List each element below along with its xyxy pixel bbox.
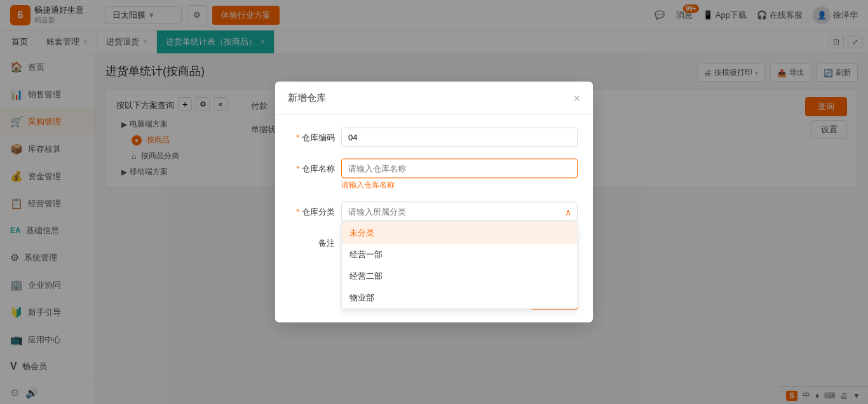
form-row-code: * 仓库编码 xyxy=(290,128,578,147)
warehouse-name-error: 请输入仓库名称 xyxy=(341,180,578,191)
form-row-category: * 仓库分类 ∧ 未分类 经营一部 经营二部 物业部 xyxy=(290,202,578,222)
remark-label: 备注 xyxy=(290,233,341,249)
add-warehouse-modal: 新增仓库 × * 仓库编码 * 仓库名称 请输入仓库名称 xyxy=(275,82,593,323)
modal-close-button[interactable]: × xyxy=(573,92,580,104)
warehouse-code-label: * 仓库编码 xyxy=(290,128,341,144)
category-dropdown: 未分类 经营一部 经营二部 物业部 xyxy=(341,222,578,309)
dropdown-item-3[interactable]: 物业部 xyxy=(342,287,577,309)
dropdown-item-2[interactable]: 经营二部 xyxy=(342,266,577,287)
warehouse-category-field: ∧ 未分类 经营一部 经营二部 物业部 xyxy=(341,202,578,222)
warehouse-name-label: * 仓库名称 xyxy=(290,159,341,175)
required-mark: * xyxy=(296,133,299,142)
warehouse-category-label: * 仓库分类 xyxy=(290,202,341,218)
warehouse-name-input[interactable] xyxy=(341,159,578,178)
category-select-wrap: ∧ xyxy=(341,202,578,222)
required-mark-name: * xyxy=(296,164,299,173)
dropdown-item-1[interactable]: 经营一部 xyxy=(342,244,577,266)
required-mark-cat: * xyxy=(296,207,299,217)
modal-header: 新增仓库 × xyxy=(275,82,593,115)
warehouse-category-input[interactable] xyxy=(341,202,578,222)
warehouse-name-field: 请输入仓库名称 xyxy=(341,159,578,191)
warehouse-code-input[interactable] xyxy=(341,128,578,147)
dropdown-item-0[interactable]: 未分类 xyxy=(342,222,577,244)
modal-body: * 仓库编码 * 仓库名称 请输入仓库名称 * 仓库分类 xyxy=(275,115,593,288)
modal-title: 新增仓库 xyxy=(288,92,326,104)
warehouse-code-field xyxy=(341,128,578,147)
form-row-name: * 仓库名称 请输入仓库名称 xyxy=(290,159,578,191)
